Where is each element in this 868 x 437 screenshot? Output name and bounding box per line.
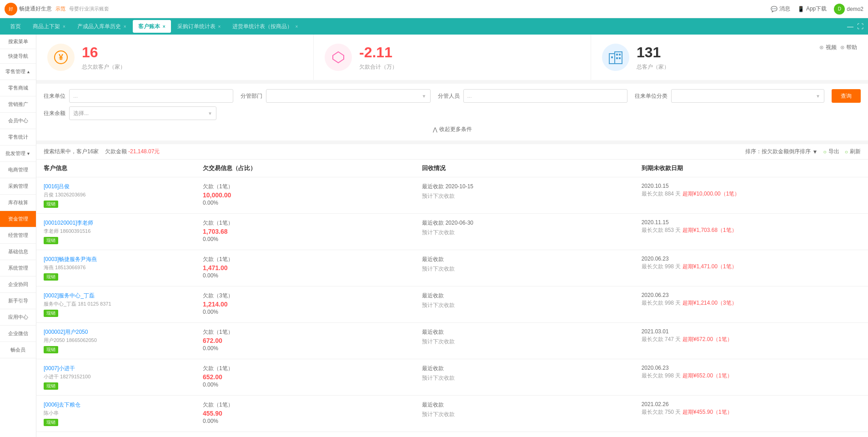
tab-close-products-offline[interactable]: × [63,24,65,29]
sidebar-item-basic-info[interactable]: 基础信息 [0,244,36,260]
customer-name-1[interactable]: [0001020001]李老师 [44,220,93,226]
sidebar-item-new-guide[interactable]: 新手引导 [0,293,36,309]
filter-balance: 往来余额 选择... ▼ [44,106,216,120]
sidebar-quick-nav[interactable]: 快捷导航 [0,49,36,64]
sidebar-item-retail-stats[interactable]: 零售统计 [0,129,36,146]
overdue-0: 最长欠款 884 天 超期¥10,000.00（1笔） [642,190,861,198]
sidebar-item-ecommerce[interactable]: 电商管理 [0,162,36,178]
customer-phone-6: 陈小串 [44,410,203,417]
overdue-link-0[interactable]: 超期¥10,000.00（1笔） [682,191,740,197]
svg-rect-7 [619,54,621,55]
overdue-link-5[interactable]: 超期¥652.00（1笔） [682,372,733,379]
video-btn[interactable]: ⊙ 视频 [819,44,836,51]
main-layout: 搜索菜单 快捷导航 零售管理 ▲ 零售商城 营销推广 会员中心 零售统计 批发管… [0,35,868,437]
category-label: 往来单位分类 [635,92,667,100]
refresh-icon: ○ [845,149,848,155]
overdue-link-2[interactable]: 超期¥1,471.00（1笔） [682,263,737,270]
message-btn[interactable]: 💬 消息 [771,5,790,13]
table-area: 客户信息 欠交易信息（占比） 回收情况 到期未收款日期 [0016]吕俊 吕俊 … [36,160,868,437]
person-input[interactable]: ... [463,89,627,103]
tab-customer-account[interactable]: 客户账本 × [133,20,171,33]
customer-name-4[interactable]: [000002]用户2050 [44,329,88,335]
svg-rect-3 [609,54,615,64]
minimize-icon[interactable]: — [847,23,853,30]
overdue-4: 最长欠款 747 天 超期¥672.00（1笔） [642,336,861,343]
user-menu[interactable]: D demo2 [834,4,863,15]
sidebar-item-inventory[interactable]: 库存核算 [0,195,36,211]
card-top-right-actions: ⊙ 视频 ⊙ 帮助 [819,44,857,51]
sidebar-item-purchase-mgmt[interactable]: 采购管理 [0,178,36,195]
customer-info-5: [0007]小进干 小进干 18279152100 现销 [44,365,203,390]
sidebar-item-capital-mgmt[interactable]: 资金管理 [0,211,36,227]
customer-info-1: [0001020001]李老师 李老师 18600391516 现销 [44,219,203,244]
tab-home[interactable]: 首页 [5,20,26,33]
customer-phone-2: 海燕 18513066976 [44,264,203,271]
message-icon: 💬 [771,6,778,12]
tab-close-stock-stats[interactable]: × [295,24,298,29]
brand-link[interactable]: 示范 [55,5,65,12]
sidebar-item-business-mgmt[interactable]: 经营管理 [0,227,36,244]
from-unit-label: 往来单位 [44,92,65,100]
customer-name-0[interactable]: [0016]吕俊 [44,183,70,190]
table-row: [0002]服务中心_丁磊 服务中心_丁磊 181 0125 8371 现销 欠… [36,286,868,323]
refresh-btn[interactable]: ○ 刷新 [845,148,861,156]
customer-name-3[interactable]: [0002]服务中心_丁磊 [44,292,95,299]
company-dropdown[interactable]: 母婴行业演示账套 [69,5,109,12]
customer-name-6[interactable]: [0006]去下粮仓 [44,402,80,408]
sidebar-item-enterprise-collab[interactable]: 企业协同 [0,276,36,293]
sidebar-item-pro-member[interactable]: 畅会员 [0,342,36,358]
overdue-link-3[interactable]: 超期¥1,214.00（3笔） [682,300,737,306]
app-download-btn[interactable]: 📱 App下载 [798,5,827,13]
customer-phone-4: 用户2050 18665062050 [44,337,203,344]
svg-rect-6 [616,54,618,55]
filter-category: 往来单位分类 ▼ [635,89,824,103]
repay-info-0: 最近收款 2020-10-15 预计下次收款 [422,183,641,200]
customer-phone-1: 李老师 18600391516 [44,228,203,235]
maximize-icon[interactable]: ⛶ [857,23,863,30]
tab-products-offline[interactable]: 商品上下架 × [27,20,71,33]
table-row: [000001]黄思源 黄思源 13552700226 现销 欠款（1笔） 42… [36,432,868,437]
tab-close-purchase-order[interactable]: × [218,24,221,29]
overdue-6: 最长欠款 750 天 超期¥455.90（1笔） [642,408,861,416]
collapse-icon: ⋀ [433,126,437,133]
repay-info-5: 最近收款 预计下次收款 [422,365,641,382]
sidebar-item-marketing[interactable]: 营销推广 [0,96,36,113]
dept-select[interactable]: ▼ [266,89,430,103]
sidebar-item-member-center[interactable]: 会员中心 [0,113,36,129]
debt-info-0: 欠款（1笔） 10,000.00 0.00% [203,183,422,206]
from-unit-input[interactable]: ... [69,89,233,103]
collapse-filters-btn[interactable]: ⋀ 收起更多条件 [44,124,861,135]
customer-name-2[interactable]: [0003]畅捷服务尹海燕 [44,256,97,262]
sidebar-item-app-center[interactable]: 应用中心 [0,309,36,326]
overdue-link-6[interactable]: 超期¥455.90（1笔） [682,409,733,415]
top-bar-right: 💬 消息 📱 App下载 D demo2 [771,4,863,15]
sidebar-item-batch-mgmt[interactable]: 批发管理 ▼ [0,146,36,162]
tab-close-customer-account[interactable]: × [163,24,166,29]
debt-info-4: 欠款（1笔） 672.00 0.00% [203,328,422,352]
svg-rect-8 [616,57,618,59]
balance-select[interactable]: 选择... ▼ [69,106,216,120]
search-button[interactable]: 查询 [832,89,861,103]
sidebar-search-menu[interactable]: 搜索菜单 [0,35,36,49]
overdue-link-4[interactable]: 超期¥672.00（1笔） [682,336,733,342]
sidebar-item-enterprise-wechat[interactable]: 企业微信 [0,326,36,342]
sort-btn[interactable]: 排序：按欠款金额倒序排序 ▼ [745,148,818,156]
tab-close-product-history[interactable]: × [124,24,126,29]
svg-rect-9 [619,57,621,59]
sidebar-item-system-mgmt[interactable]: 系统管理 [0,260,36,276]
export-btn[interactable]: ○ 导出 [823,148,839,156]
tab-stock-stats[interactable]: 进货单统计表（按商品） × [227,20,303,33]
overdue-link-1[interactable]: 超期¥1,703.68（1笔） [682,227,737,233]
category-select[interactable]: ▼ [671,89,824,103]
help-btn[interactable]: ⊙ 帮助 [840,44,857,51]
sidebar-item-retail-store[interactable]: 零售商城 [0,80,36,96]
debt-info-3: 欠款（3笔） 1,214.00 0.00% [203,292,422,315]
sidebar-item-retail-mgmt[interactable]: 零售管理 ▲ [0,64,36,80]
repay-info-4: 最近收款 预计下次收款 [422,328,641,346]
customer-name-5[interactable]: [0007]小进干 [44,365,75,372]
customer-phone-0: 吕俊 13026203696 [44,191,203,198]
tab-purchase-order[interactable]: 采购订单统计表 × [172,20,226,33]
tab-product-history[interactable]: 产成品入库单历史 × [72,20,132,33]
debt-info-2: 欠款（1笔） 1,471.00 0.00% [203,256,422,279]
balance-label: 往来余额 [44,110,65,117]
